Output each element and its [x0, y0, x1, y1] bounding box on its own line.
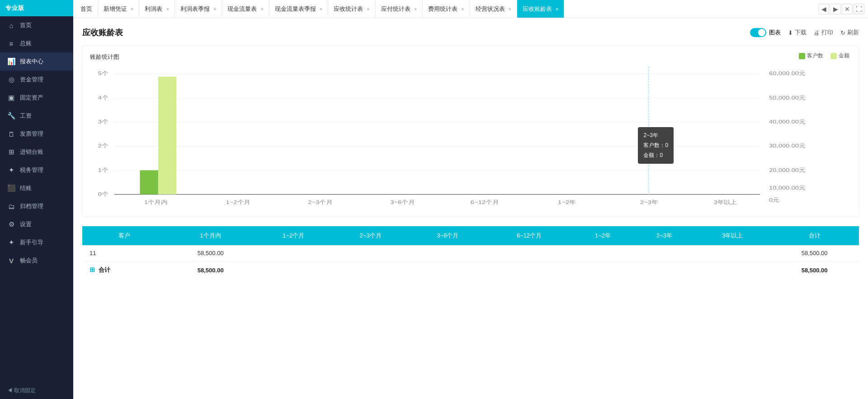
sidebar-item-guide[interactable]: ✦ 新手引导 — [0, 233, 73, 252]
cell-m36 — [409, 245, 486, 261]
col-m612: 6~12个月 — [486, 226, 572, 245]
tab-home[interactable]: 首页 — [75, 0, 98, 18]
legend-amount-label: 金额 — [839, 52, 849, 60]
footer-total: 58,500.00 — [770, 261, 859, 279]
tab-cashflow-quarter[interactable]: 现金流量表季报 × — [269, 0, 328, 18]
guide-icon: ✦ — [7, 238, 15, 247]
cell-total: 58,500.00 — [770, 245, 859, 261]
sidebar-item-invoice[interactable]: 🗒 发票管理 — [0, 125, 73, 143]
sidebar-item-home[interactable]: ⌂ 首页 — [0, 16, 73, 34]
download-label: 下载 — [795, 28, 807, 37]
tab-close-icon[interactable]: × — [131, 6, 133, 12]
archive-icon: 🗂 — [7, 203, 15, 210]
sidebar-item-tax[interactable]: ✦ 税务管理 — [0, 161, 73, 179]
bar-amount-0 — [158, 76, 176, 194]
sidebar-item-assets[interactable]: ▣ 固定资产 — [0, 89, 73, 107]
sidebar-item-ledger[interactable]: ≡ 总账 — [0, 34, 73, 52]
chart-toggle[interactable]: 图表 — [750, 28, 781, 37]
tab-close-all-button[interactable]: ✕ — [842, 4, 853, 14]
refresh-button[interactable]: ↻ 刷新 — [840, 28, 859, 37]
sidebar-logo: 专业版 — [0, 0, 73, 16]
sidebar-item-label: 报表中心 — [20, 57, 43, 66]
tab-close-icon[interactable]: × — [461, 6, 464, 12]
toggle-switch-control[interactable] — [750, 28, 766, 37]
legend-customer-color — [799, 53, 805, 59]
sidebar-item-label: 总账 — [20, 39, 32, 48]
data-table: 客户 1个月内 1~2个月 2~3个月 3~6个月 6~12个月 1~2年 2~… — [82, 226, 859, 279]
refresh-label: 刷新 — [847, 28, 859, 37]
table-header-row: 客户 1个月内 1~2个月 2~3个月 3~6个月 6~12个月 1~2年 2~… — [82, 226, 859, 245]
sidebar-item-stock[interactable]: ⊞ 进销台账 — [0, 143, 73, 161]
legend-amount-color — [830, 53, 837, 59]
tab-close-icon[interactable]: × — [367, 6, 369, 12]
sidebar-item-label: 进销台账 — [20, 148, 43, 156]
svg-text:1~2个月: 1~2个月 — [226, 199, 250, 205]
vip-icon: V — [7, 257, 15, 265]
tab-label: 应付统计表 — [381, 5, 410, 13]
tab-label: 费用统计表 — [428, 5, 458, 13]
tab-close-icon[interactable]: × — [556, 6, 558, 12]
tab-new-voucher[interactable]: 新增凭证 × — [98, 0, 139, 18]
sidebar-item-label: 设置 — [20, 220, 32, 228]
footer-m12 — [255, 261, 332, 279]
tab-prev-button[interactable]: ◀ — [818, 4, 829, 14]
footer-m36 — [409, 261, 486, 279]
sidebar-item-archive[interactable]: 🗂 归档管理 — [0, 197, 73, 215]
svg-text:4个: 4个 — [98, 95, 108, 100]
tab-label: 应收账龄表 — [523, 5, 552, 13]
tab-close-icon[interactable]: × — [320, 6, 322, 12]
tab-operations[interactable]: 经营状况表 × — [470, 0, 517, 18]
tab-profit[interactable]: 利润表 × — [139, 0, 175, 18]
cell-y12 — [572, 245, 634, 261]
footer-m1: 58,500.00 — [166, 261, 255, 279]
chart-legend: 客户数 金额 — [799, 52, 849, 60]
tab-fullscreen-button[interactable]: ⛶ — [854, 4, 864, 14]
chart-svg-wrapper: 5个 4个 3个 2个 1个 0个 60,000.00元 50,000.00元 — [90, 66, 851, 211]
tab-close-icon[interactable]: × — [213, 6, 216, 12]
col-total: 合计 — [770, 226, 859, 245]
sidebar-item-salary[interactable]: 🔧 工资 — [0, 107, 73, 125]
svg-text:3~6个月: 3~6个月 — [390, 199, 415, 205]
home-icon: ⌂ — [7, 22, 15, 29]
tab-close-icon[interactable]: × — [414, 6, 417, 12]
download-button[interactable]: ⬇ 下载 — [788, 28, 807, 37]
sidebar-item-close[interactable]: ⬛ 结账 — [0, 179, 73, 197]
print-button[interactable]: 🖨 打印 — [814, 28, 833, 37]
legend-customer: 客户数 — [799, 52, 823, 60]
tab-close-icon[interactable]: × — [260, 6, 263, 12]
sidebar-item-label: 新手引导 — [20, 238, 43, 247]
tab-close-icon[interactable]: × — [509, 6, 511, 12]
tab-profit-quarter[interactable]: 利润表季报 × — [175, 0, 222, 18]
svg-text:10,000.00元: 10,000.00元 — [769, 185, 805, 190]
tab-label: 应收统计表 — [334, 5, 363, 13]
table-row: 11 58,500.00 58,500.00 — [82, 245, 859, 261]
sidebar-item-label: 工资 — [20, 112, 32, 120]
tab-close-icon[interactable]: × — [166, 6, 169, 12]
tab-label: 现金流量表季报 — [275, 5, 316, 13]
tab-expense-stats[interactable]: 费用统计表 × — [423, 0, 470, 18]
sidebar-item-label: 发票管理 — [20, 130, 43, 138]
cell-m23 — [332, 245, 410, 261]
sidebar-item-label: 结账 — [20, 184, 32, 192]
refresh-icon: ↻ — [840, 29, 845, 36]
tab-ar-stats[interactable]: 应收统计表 × — [328, 0, 375, 18]
tab-ar-aging[interactable]: 应收账龄表 × — [517, 0, 564, 18]
svg-text:5个: 5个 — [98, 71, 108, 76]
sidebar-item-report[interactable]: 📊 报表中心 — [0, 52, 73, 71]
tab-cashflow[interactable]: 现金流量表 × — [222, 0, 269, 18]
svg-text:40,000.00元: 40,000.00元 — [769, 119, 805, 124]
tab-next-button[interactable]: ▶ — [830, 4, 841, 14]
sidebar-item-label: 税务管理 — [20, 166, 43, 174]
sidebar-item-funds[interactable]: ◎ 资金管理 — [0, 71, 73, 89]
sidebar-item-label: 资金管理 — [20, 76, 43, 84]
cell-m12 — [255, 245, 332, 261]
sidebar-item-vip[interactable]: V 畅会员 — [0, 252, 73, 270]
footer-label-text: 合计 — [99, 266, 110, 273]
sidebar-item-label: 归档管理 — [20, 202, 43, 210]
sidebar-toggle-pin[interactable]: ◀ 取消固定 — [0, 382, 73, 399]
sidebar-item-settings[interactable]: ⚙ 设置 — [0, 215, 73, 233]
sidebar-item-label: 畅会员 — [20, 256, 38, 265]
settings-icon: ⚙ — [7, 220, 15, 228]
tab-ap-stats[interactable]: 应付统计表 × — [376, 0, 423, 18]
invoice-icon: 🗒 — [7, 130, 15, 138]
